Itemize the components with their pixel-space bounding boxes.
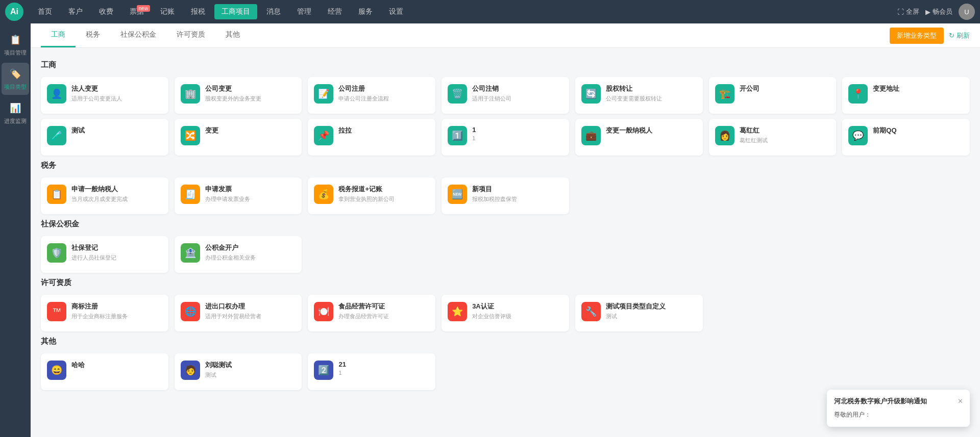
card-info-tax-report: 税务报道+记账 拿到营业执照的新公司 bbox=[338, 185, 429, 203]
service-card-fund-open[interactable]: 🏦 公积金开户 办理公积金相关业务 bbox=[175, 236, 302, 273]
service-card-import-export[interactable]: 🌐 进出口权办理 适用于对外贸易经营者 bbox=[175, 295, 302, 331]
nav-item-message[interactable]: 消息 bbox=[259, 4, 288, 19]
member-btn[interactable]: ▶ 畅会员 bbox=[925, 7, 952, 16]
card-grid-tax: 📋 申请一般纳税人 当月或次月成变更完成 🧾 申请发票 办理申请发票业务 💰 税… bbox=[41, 177, 970, 214]
service-card-gehonghong[interactable]: 👩 葛红红 葛红红测试 bbox=[709, 119, 837, 156]
nav-item-management[interactable]: 管理 bbox=[290, 4, 318, 19]
card-title-3a-cert: 3A认证 bbox=[472, 302, 563, 311]
card-desc-apply-invoice: 办理申请发票业务 bbox=[205, 195, 296, 203]
service-card-qianqi-qq[interactable]: 💬 前期QQ bbox=[842, 119, 970, 156]
service-card-change-address[interactable]: 📍 变更地址 bbox=[842, 77, 970, 114]
service-card-haha[interactable]: 😄 哈哈 bbox=[41, 353, 168, 390]
service-card-open-company[interactable]: 🏗️ 开公司 bbox=[709, 77, 837, 114]
card-desc-social-register: 进行人员社保登记 bbox=[71, 254, 162, 262]
card-info-company-cancel: 公司注销 适用于注销公司 bbox=[472, 84, 563, 102]
sidebar-item-project-mgmt[interactable]: 📋 项目管理 bbox=[2, 29, 29, 61]
sidebar-icon-progress-monitor: 📊 bbox=[8, 101, 22, 115]
service-card-test[interactable]: 🧪 测试 bbox=[41, 119, 168, 156]
service-card-tax-report[interactable]: 💰 税务报道+记账 拿到营业执照的新公司 bbox=[308, 177, 435, 214]
card-title-one: 1 bbox=[472, 126, 563, 134]
service-card-social-register[interactable]: 🛡️ 社保登记 进行人员社保登记 bbox=[41, 236, 168, 273]
nav-item-business[interactable]: 工商项目 bbox=[214, 4, 257, 19]
sidebar-label-project-mgmt: 项目管理 bbox=[4, 49, 27, 57]
card-desc-new-project: 报税加税控盘保管 bbox=[472, 195, 563, 203]
nav-item-tax[interactable]: 报税 bbox=[184, 4, 212, 19]
sidebar-item-project-type[interactable]: 🏷️ 项目类型 bbox=[2, 63, 29, 95]
card-info-haha: 哈哈 bbox=[71, 361, 162, 371]
nav-item-invoice[interactable]: 票据new bbox=[122, 4, 151, 19]
tab-social-fund[interactable]: 社保公积金 bbox=[110, 23, 166, 47]
tab-tax[interactable]: 税务 bbox=[76, 23, 110, 47]
new-type-button[interactable]: 新增业务类型 bbox=[890, 28, 944, 44]
service-card-equity-transfer[interactable]: 🔄 股权转让 公司变更需要股权转让 bbox=[575, 77, 703, 114]
service-card-legal-change[interactable]: 👤 法人变更 适用于公司变更法人 bbox=[41, 77, 168, 114]
card-icon-change: 🔀 bbox=[181, 126, 200, 145]
top-nav: Ai 首页客户收费票据new记账报税工商项目消息管理经营服务设置 ⛶ 全屏 ▶ … bbox=[0, 0, 980, 23]
card-title-twenty-one: 21 bbox=[338, 361, 429, 368]
card-info-gehonghong: 葛红红 葛红红测试 bbox=[740, 126, 830, 144]
card-title-tax-report: 税务报道+记账 bbox=[338, 185, 429, 194]
card-title-trademark: 商标注册 bbox=[71, 302, 162, 311]
service-card-company-register[interactable]: 📝 公司注册 申请公司注册全流程 bbox=[308, 77, 435, 114]
service-card-lala[interactable]: 📌 拉拉 bbox=[308, 119, 435, 156]
nav-item-billing[interactable]: 收费 bbox=[92, 4, 120, 19]
tab-license[interactable]: 许可资质 bbox=[166, 23, 215, 47]
tab-actions: 新增业务类型 ↻ 刷新 bbox=[890, 28, 970, 44]
notification-close-button[interactable]: × bbox=[958, 397, 963, 406]
service-card-one[interactable]: 1️⃣ 1 1 bbox=[442, 119, 569, 156]
fullscreen-btn[interactable]: ⛶ 全屏 bbox=[897, 7, 919, 16]
section-business2: 🧪 测试 🔀 变更 📌 拉拉 1️⃣ 1 1 💼 bbox=[41, 119, 970, 156]
section-tax: 税务 📋 申请一般纳税人 当月或次月成变更完成 🧾 申请发票 办理申请发票业务 … bbox=[41, 161, 970, 214]
card-info-apply-invoice: 申请发票 办理申请发票业务 bbox=[205, 185, 296, 203]
service-card-new-project[interactable]: 🆕 新项目 报税加税控盘保管 bbox=[442, 177, 569, 214]
refresh-button[interactable]: ↻ 刷新 bbox=[949, 31, 970, 40]
card-title-apply-taxpayer: 申请一般纳税人 bbox=[71, 185, 162, 194]
service-card-apply-invoice[interactable]: 🧾 申请发票 办理申请发票业务 bbox=[175, 177, 302, 214]
card-desc-import-export: 适用于对外贸易经营者 bbox=[205, 313, 296, 320]
card-desc-tax-report: 拿到营业执照的新公司 bbox=[338, 195, 429, 203]
card-desc-company-register: 申请公司注册全流程 bbox=[338, 95, 429, 102]
section-title-tax: 税务 bbox=[41, 161, 970, 170]
avatar[interactable]: U bbox=[959, 4, 975, 20]
service-card-apply-taxpayer[interactable]: 📋 申请一般纳税人 当月或次月成变更完成 bbox=[41, 177, 168, 214]
service-card-liu-ceo-test[interactable]: 🧑 刘聪测试 测试 bbox=[175, 353, 302, 390]
nav-item-accounting[interactable]: 记账 bbox=[153, 4, 182, 19]
card-title-change: 变更 bbox=[205, 126, 296, 135]
card-info-3a-cert: 3A认证 对企业信誉评级 bbox=[472, 302, 563, 320]
card-icon-fund-open: 🏦 bbox=[181, 243, 200, 263]
card-info-new-project: 新项目 报税加税控盘保管 bbox=[472, 185, 563, 203]
nav-item-home[interactable]: 首页 bbox=[31, 4, 59, 19]
section-social: 社保公积金 🛡️ 社保登记 进行人员社保登记 🏦 公积金开户 办理公积金相关业务 bbox=[41, 219, 970, 273]
service-card-twenty-one[interactable]: 2️⃣ 21 1 bbox=[308, 353, 435, 390]
service-card-3a-cert[interactable]: ⭐ 3A认证 对企业信誉评级 bbox=[442, 295, 569, 331]
card-grid-license: ™️ 商标注册 用于企业商标注册服务 🌐 进出口权办理 适用于对外贸易经营者 🍽… bbox=[41, 295, 970, 331]
nav-item-service[interactable]: 服务 bbox=[351, 4, 380, 19]
card-info-social-register: 社保登记 进行人员社保登记 bbox=[71, 243, 162, 262]
tab-other[interactable]: 其他 bbox=[215, 23, 250, 47]
service-card-trademark[interactable]: ™️ 商标注册 用于企业商标注册服务 bbox=[41, 295, 168, 331]
card-icon-qianqi-qq: 💬 bbox=[848, 126, 868, 145]
service-card-change[interactable]: 🔀 变更 bbox=[175, 119, 302, 156]
sidebar-item-progress-monitor[interactable]: 📊 进度监测 bbox=[2, 97, 29, 129]
service-card-change-taxpayer[interactable]: 💼 变更一般纳税人 bbox=[575, 119, 703, 156]
card-icon-3a-cert: ⭐ bbox=[448, 302, 467, 321]
service-card-food-license[interactable]: 🍽️ 食品经营许可证 办理食品经营许可证 bbox=[308, 295, 435, 331]
tab-bar: 工商税务社保公积金许可资质其他 新增业务类型 ↻ 刷新 bbox=[31, 23, 980, 48]
card-grid-other: 😄 哈哈 🧑 刘聪测试 测试 2️⃣ 21 1 bbox=[41, 353, 970, 390]
card-title-test: 测试 bbox=[71, 126, 162, 135]
card-info-qianqi-qq: 前期QQ bbox=[873, 126, 964, 137]
service-card-company-change[interactable]: 🏢 公司变更 股权变更外的业务变更 bbox=[175, 77, 302, 114]
card-grid-social: 🛡️ 社保登记 进行人员社保登记 🏦 公积金开户 办理公积金相关业务 bbox=[41, 236, 970, 273]
card-title-fund-open: 公积金开户 bbox=[205, 243, 296, 252]
card-title-test-define: 测试项目类型自定义 bbox=[606, 302, 697, 311]
tab-business[interactable]: 工商 bbox=[41, 23, 76, 47]
nav-item-operations[interactable]: 经营 bbox=[321, 4, 349, 19]
nav-item-customer[interactable]: 客户 bbox=[61, 4, 90, 19]
card-title-food-license: 食品经营许可证 bbox=[338, 302, 429, 311]
card-icon-test-define: 🔧 bbox=[581, 302, 601, 321]
service-card-test-define[interactable]: 🔧 测试项目类型自定义 测试 bbox=[575, 295, 703, 331]
card-icon-gehonghong: 👩 bbox=[715, 126, 734, 145]
nav-item-settings[interactable]: 设置 bbox=[382, 4, 410, 19]
service-card-company-cancel[interactable]: 🗑️ 公司注销 适用于注销公司 bbox=[442, 77, 569, 114]
scroll-area[interactable]: 工商 👤 法人变更 适用于公司变更法人 🏢 公司变更 股权变更外的业务变更 📝 … bbox=[31, 48, 980, 437]
